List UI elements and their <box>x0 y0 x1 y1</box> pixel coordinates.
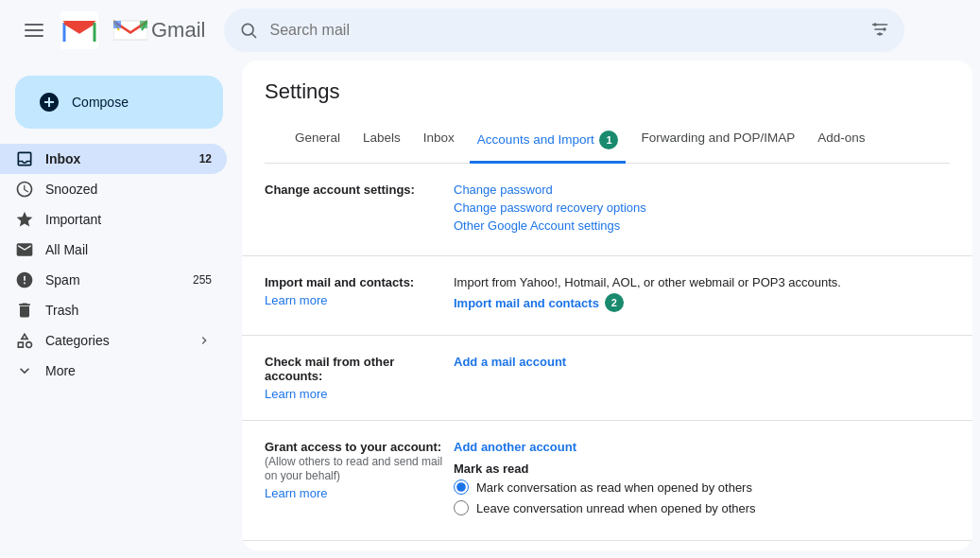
change-account-label: Change account settings: <box>265 183 454 197</box>
import-mail-description: Import from Yahoo!, Hotmail, AOL, or oth… <box>454 275 841 289</box>
check-mail-learn-more[interactable]: Learn more <box>265 387 454 401</box>
mark-as-read-options: Mark conversation as read when opened by… <box>454 480 950 515</box>
settings-title: Settings <box>265 79 950 104</box>
grant-access-row: Grant access to your account: (Allow oth… <box>242 421 972 541</box>
tab-accounts-import[interactable]: Accounts and Import 1 <box>470 119 627 164</box>
spam-count: 255 <box>193 273 212 287</box>
all-mail-icon <box>15 240 34 259</box>
leave-unread-radio[interactable] <box>454 500 469 515</box>
compose-icon <box>38 91 60 113</box>
gmail-label: Gmail <box>151 18 205 43</box>
header: Gmail <box>0 0 980 61</box>
svg-point-6 <box>884 27 886 30</box>
tab-forwarding[interactable]: Forwarding and POP/IMAP <box>633 119 802 164</box>
trash-icon <box>15 301 34 320</box>
sidebar-item-spam[interactable]: Spam 255 <box>0 265 227 295</box>
svg-point-7 <box>879 32 882 35</box>
mark-read-radio[interactable] <box>454 480 469 495</box>
categories-expand-icon <box>197 333 212 348</box>
check-mail-content: Add a mail account <box>454 355 950 373</box>
all-mail-label: All Mail <box>45 242 212 257</box>
compose-label: Compose <box>72 95 129 110</box>
svg-rect-1 <box>25 29 43 31</box>
sidebar-item-inbox[interactable]: Inbox 12 <box>0 144 227 174</box>
spam-label: Spam <box>45 272 193 288</box>
more-icon <box>15 361 34 380</box>
import-mail-row: Import mail and contacts: Learn more Imp… <box>242 256 972 336</box>
trash-label: Trash <box>45 303 212 318</box>
gmail-logo <box>60 11 98 49</box>
search-icon <box>239 21 258 40</box>
change-password-link[interactable]: Change password <box>454 183 950 197</box>
svg-rect-0 <box>25 24 43 26</box>
leave-unread-radio-label: Leave conversation unread when opened by… <box>476 501 756 515</box>
add-another-account-link[interactable]: Add another account <box>454 440 950 454</box>
sidebar-item-all-mail[interactable]: All Mail <box>0 235 227 265</box>
spam-icon <box>15 270 34 289</box>
add-mail-account-link[interactable]: Add a mail account <box>454 355 950 369</box>
add-storage-row: Add additional storage: You are currentl… <box>242 541 972 550</box>
search-options-button[interactable] <box>870 20 889 42</box>
import-mail-content: Import from Yahoo!, Hotmail, AOL, or oth… <box>454 275 950 316</box>
sidebar-item-trash[interactable]: Trash <box>0 295 227 325</box>
mark-as-read-label: Mark as read <box>454 462 529 476</box>
import-mail-label: Import mail and contacts: Learn more <box>265 275 454 307</box>
gmail-m-icon <box>60 11 98 49</box>
tab-labels[interactable]: Labels <box>355 119 408 164</box>
hamburger-button[interactable] <box>15 11 53 49</box>
important-icon <box>15 210 34 229</box>
search-input[interactable] <box>269 22 859 39</box>
sidebar-item-categories[interactable]: Categories <box>0 325 227 356</box>
settings-header: Settings General Labels Inbox Accounts a… <box>242 61 972 164</box>
change-password-recovery-link[interactable]: Change password recovery options <box>454 201 950 215</box>
sidebar-item-snoozed[interactable]: Snoozed <box>0 174 227 204</box>
sidebar-item-important[interactable]: Important <box>0 204 227 235</box>
import-badge: 2 <box>605 293 624 312</box>
grant-access-learn-more[interactable]: Learn more <box>265 486 454 500</box>
grant-access-sublabel: (Allow others to read and send mail on y… <box>265 455 442 482</box>
check-mail-row: Check mail from other accounts: Learn mo… <box>242 336 972 421</box>
gmail-logo-text: Gmail <box>113 17 205 44</box>
tab-inbox[interactable]: Inbox <box>416 119 462 164</box>
sidebar: Compose Inbox 12 Snoozed <box>0 61 242 558</box>
main-layout: Compose Inbox 12 Snoozed <box>0 61 980 558</box>
snoozed-icon <box>15 180 34 199</box>
import-mail-learn-more[interactable]: Learn more <box>265 293 454 307</box>
grant-access-label: Grant access to your account: (Allow oth… <box>265 440 454 500</box>
mark-read-radio-label: Mark conversation as read when opened by… <box>476 480 752 495</box>
change-account-row: Change account settings: Change password… <box>242 164 972 256</box>
compose-button[interactable]: Compose <box>15 76 223 129</box>
search-bar[interactable] <box>224 9 904 52</box>
search-options-icon <box>870 20 889 39</box>
inbox-count: 12 <box>199 152 212 166</box>
settings-tabs: General Labels Inbox Accounts and Import… <box>265 119 950 164</box>
tab-addons[interactable]: Add-ons <box>810 119 872 164</box>
categories-icon <box>15 331 34 350</box>
google-account-settings-link[interactable]: Other Google Account settings <box>454 218 950 233</box>
change-account-content: Change password Change password recovery… <box>454 183 950 236</box>
sidebar-item-more[interactable]: More <box>0 356 227 386</box>
more-label: More <box>45 363 212 378</box>
snoozed-label: Snoozed <box>45 182 212 197</box>
check-mail-label: Check mail from other accounts: Learn mo… <box>265 355 454 401</box>
categories-label: Categories <box>45 333 197 348</box>
inbox-label: Inbox <box>45 151 199 166</box>
svg-point-5 <box>874 23 877 26</box>
tab-general[interactable]: General <box>287 119 348 164</box>
gmail-envelope-icon <box>113 17 147 44</box>
accounts-tab-badge: 1 <box>599 131 618 149</box>
app-container: Gmail <box>0 0 980 558</box>
grant-access-content: Add another account Mark as read Mark co… <box>454 440 950 521</box>
hamburger-icon <box>25 21 43 40</box>
settings-table: Change account settings: Change password… <box>242 164 972 550</box>
radio-option-leave-unread: Leave conversation unread when opened by… <box>454 500 950 515</box>
radio-option-mark-read: Mark conversation as read when opened by… <box>454 480 950 495</box>
important-label: Important <box>45 212 212 227</box>
import-mail-action-link[interactable]: Import mail and contacts 2 <box>454 293 624 312</box>
content-area: Settings General Labels Inbox Accounts a… <box>242 61 972 550</box>
svg-rect-2 <box>25 35 43 37</box>
inbox-icon <box>15 149 34 168</box>
